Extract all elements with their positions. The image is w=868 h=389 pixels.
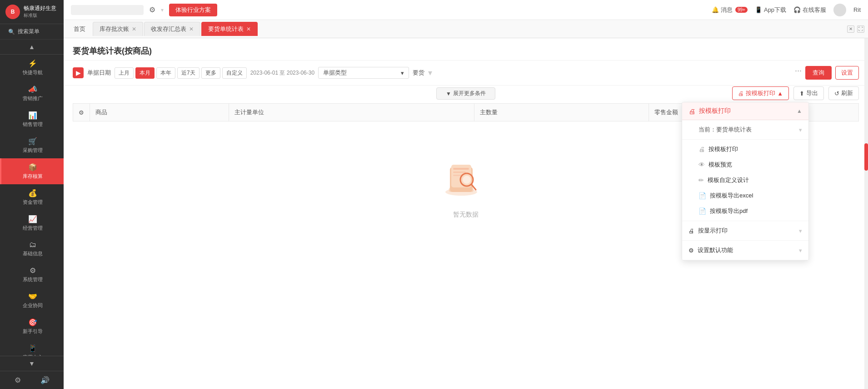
- expand-more-label: 展开更多条件: [453, 90, 486, 97]
- default-func-toggle[interactable]: ⚙ 设置默认功能 ▾: [682, 242, 808, 258]
- sidebar-item-label: 新手引导: [23, 328, 43, 335]
- window-expand-btn[interactable]: ⛶: [857, 25, 864, 33]
- quick-nav-icon: ⚡: [28, 59, 37, 68]
- refresh-btn[interactable]: ↺ 刷新: [828, 86, 859, 100]
- app-download-item[interactable]: 📱 App下载: [755, 6, 786, 14]
- footer-settings-btn[interactable]: ⚙: [15, 376, 21, 384]
- tab-home[interactable]: 首页: [67, 22, 92, 36]
- dropdown-default-func-section: ⚙ 设置默认功能 ▾: [682, 241, 808, 260]
- tabbar: 首页 库存批次账 ✕ 收发存汇总表 ✕ 要货单统计表 ✕ ✕ ⛶: [64, 20, 868, 38]
- custom-btn[interactable]: 自定义: [222, 67, 247, 79]
- tab-order-stats-close[interactable]: ✕: [246, 26, 251, 32]
- dropdown-item-template-design[interactable]: ✏ 模板自定义设计: [682, 172, 808, 188]
- trial-btn[interactable]: 体验行业方案: [169, 4, 217, 16]
- sidebar-item-label: 资金管理: [23, 199, 43, 206]
- sidebar-item-label: 企业协同: [23, 302, 43, 309]
- tab-collection-summary-close[interactable]: ✕: [189, 26, 194, 32]
- app-name: 畅康通好生意: [24, 5, 56, 12]
- template-preview-icon: 👁: [698, 161, 705, 168]
- query-btn[interactable]: 查询: [805, 66, 832, 80]
- cur-year-btn[interactable]: 本年: [156, 67, 175, 79]
- printer-icon: 🖨: [738, 90, 744, 97]
- cur-month-btn[interactable]: 本月: [135, 67, 155, 79]
- sidebar-item-inventory[interactable]: 📦 库存核算: [0, 158, 64, 184]
- dropdown-collapse-arrow[interactable]: ▲: [797, 108, 802, 114]
- display-print-toggle[interactable]: 🖨 按显示打印 ▾: [682, 223, 808, 238]
- current-template-arrow: ▾: [799, 126, 802, 133]
- template-design-label: 模板自定义设计: [708, 176, 749, 184]
- sidebar-item-system[interactable]: ⚙ 系统管理: [0, 262, 64, 288]
- dropdown-printer-icon: 🖨: [688, 107, 695, 115]
- avatar[interactable]: [833, 4, 846, 16]
- sidebar-item-purchase[interactable]: 🛒 采购管理: [0, 132, 64, 158]
- more-options-icon[interactable]: ···: [795, 66, 802, 80]
- sidebar-item-finance[interactable]: 💰 资金管理: [0, 184, 64, 210]
- sidebar-item-app[interactable]: 📱 应用中心: [0, 339, 64, 356]
- online-service-label: 在线客服: [803, 6, 826, 14]
- svg-rect-5: [453, 175, 462, 176]
- system-icon: ⚙: [30, 266, 36, 275]
- sidebar-item-sales[interactable]: 📊 销售管理: [0, 106, 64, 132]
- sidebar-search[interactable]: 🔍 搜索菜单: [0, 24, 64, 40]
- notification-badge: 99+: [735, 7, 748, 13]
- basic-icon: 🗂: [29, 241, 36, 249]
- last7days-btn[interactable]: 近7天: [177, 67, 200, 79]
- sidebar-item-label: 采购管理: [23, 147, 43, 154]
- filter-bar: ▶ 单据日期 上月 本月 本年 近7天 更多 自定义 2023-06-01 至 …: [64, 61, 868, 86]
- tab-inventory-batch-close[interactable]: ✕: [132, 26, 136, 32]
- filter-collapse-btn[interactable]: ▶: [73, 67, 84, 78]
- export-pdf-icon: 📄: [698, 207, 706, 215]
- sidebar-item-operation[interactable]: 📈 经营管理: [0, 210, 64, 236]
- sidebar-item-quick-nav[interactable]: ⚡ 快捷导航: [0, 55, 64, 81]
- sidebar-item-marketing[interactable]: 📣 营销推广: [0, 81, 64, 106]
- scroll-up-arrow[interactable]: ▲: [27, 41, 37, 52]
- print-dropdown-arrow[interactable]: ▲: [777, 90, 783, 97]
- window-close-btn[interactable]: ✕: [847, 25, 854, 33]
- dropdown-header[interactable]: 🖨 按模板打印 ▲: [682, 102, 808, 120]
- topbar-settings-icon[interactable]: ⚙: [149, 5, 155, 14]
- guide-icon: 🎯: [28, 318, 37, 327]
- export-btn[interactable]: ⬆ 导出: [793, 86, 824, 100]
- dropdown-item-export-excel[interactable]: 📄 按模板导出excel: [682, 188, 808, 203]
- tab-collection-summary[interactable]: 收发存汇总表 ✕: [144, 22, 200, 36]
- dropdown-item-export-pdf[interactable]: 📄 按模板导出pdf: [682, 203, 808, 219]
- sidebar-item-collab[interactable]: 🤝 企业协同: [0, 288, 64, 313]
- tab-collection-summary-label: 收发存汇总表: [151, 25, 186, 33]
- action-bar: 🖨 按模板打印 ▲ ⬆ 导出 ↺ 刷新: [732, 86, 859, 100]
- sidebar-item-label: 经营管理: [23, 225, 43, 232]
- type-select-label: 单据类型: [323, 69, 347, 77]
- type-select[interactable]: 单据类型 ▾: [318, 67, 409, 79]
- right-scrollbar[interactable]: [864, 38, 868, 389]
- collab-icon: 🤝: [28, 292, 37, 301]
- dropdown-item-template-print[interactable]: 🖨 按模板打印: [682, 141, 808, 157]
- prev-month-btn[interactable]: 上月: [115, 67, 134, 79]
- sidebar-item-basic[interactable]: 🗂 基础信息: [0, 236, 64, 262]
- more-btn[interactable]: 更多: [201, 67, 220, 79]
- notifications-item[interactable]: 🔔 消息 99+: [712, 6, 748, 14]
- app-download-label: App下载: [764, 6, 786, 14]
- scroll-down-arrow[interactable]: ▼: [27, 358, 37, 369]
- online-service-item[interactable]: 🎧 在线客服: [793, 6, 826, 14]
- tab-inventory-batch[interactable]: 库存批次账 ✕: [93, 22, 143, 36]
- dropdown-item-template-preview[interactable]: 👁 模板预览: [682, 157, 808, 172]
- tab-order-stats[interactable]: 要货单统计表 ✕: [201, 22, 258, 36]
- print-btn[interactable]: 🖨 按模板打印 ▲: [732, 86, 789, 100]
- dropdown-current-item[interactable]: 当前：要货单统计表 ▾: [682, 122, 808, 137]
- sidebar: B 畅康通好生意 标准版 🔍 搜索菜单 ▲ ⚡ 快捷导航 📣 营销推广 📊 销售…: [0, 0, 64, 389]
- print-dropdown-menu: 🖨 按模板打印 ▲ 当前：要货单统计表 ▾ 🖨 按模板打印 👁 模板预: [682, 102, 809, 261]
- sidebar-item-guide[interactable]: 🎯 新手引导: [0, 313, 64, 339]
- inventory-icon: 📦: [28, 163, 37, 172]
- export-pdf-label: 按模板导出pdf: [710, 207, 748, 215]
- scrollbar-thumb[interactable]: [864, 143, 868, 171]
- sidebar-item-label: 营销推广: [23, 95, 43, 102]
- settings-btn2[interactable]: 设置: [835, 66, 859, 80]
- topbar-search-input[interactable]: [71, 5, 144, 15]
- export-excel-icon: 📄: [698, 192, 706, 199]
- column-settings-icon[interactable]: ⚙: [79, 109, 84, 116]
- operation-icon: 📈: [28, 215, 37, 223]
- footer-audio-btn[interactable]: 🔊: [40, 376, 50, 384]
- expand-more-btn[interactable]: ▼ 展开更多条件: [436, 87, 495, 100]
- col-settings-header[interactable]: ⚙: [73, 104, 90, 121]
- default-func-icon: ⚙: [688, 247, 694, 254]
- template-preview-label: 模板预览: [708, 161, 732, 169]
